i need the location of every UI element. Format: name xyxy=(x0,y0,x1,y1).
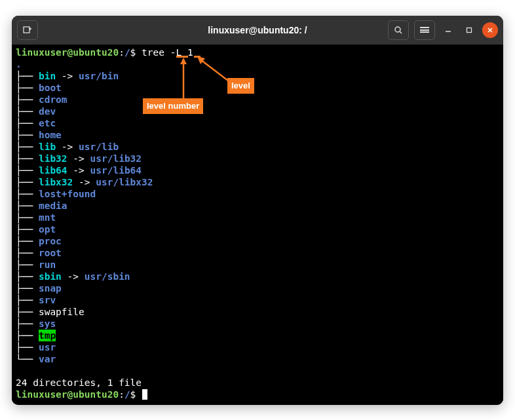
tree-branch: ├── xyxy=(16,212,39,223)
cursor xyxy=(142,389,147,400)
tree-row: ├── mnt xyxy=(16,212,499,223)
tree-row: ├── cdrom xyxy=(16,94,499,105)
tree-entry-name: sys xyxy=(39,318,56,330)
tree-row: ├── boot xyxy=(16,82,499,94)
tree-branch: ├── xyxy=(16,306,39,318)
tree-row: ├── lib -> usr/lib xyxy=(16,141,499,153)
titlebar-left xyxy=(17,20,38,40)
minimize-button[interactable] xyxy=(440,22,456,38)
tree-branch: ├── xyxy=(16,94,39,105)
svg-line-4 xyxy=(400,31,402,33)
tree-branch: ├── xyxy=(16,200,39,212)
prompt-separator: : xyxy=(119,47,124,58)
tree-branch: ├── xyxy=(16,82,39,94)
tree-row: ├── root xyxy=(16,247,499,259)
tree-row: ├── media xyxy=(16,200,499,212)
blank-line xyxy=(16,365,499,377)
tree-entry-name: media xyxy=(39,200,67,212)
minimize-icon xyxy=(445,27,451,33)
tree-row: ├── lib32 -> usr/lib32 xyxy=(16,153,499,164)
tree-entry-name: cdrom xyxy=(39,94,67,105)
tree-entry-name: mnt xyxy=(39,212,56,223)
tree-branch: ├── xyxy=(16,235,39,247)
tree-branch: ├── xyxy=(16,129,39,141)
tree-row: ├── usr xyxy=(16,341,499,353)
tree-row: ├── snap xyxy=(16,282,499,294)
tree-entry-name: tmp xyxy=(39,330,56,341)
tree-entry-name: lib xyxy=(39,141,56,153)
tree-row: └── var xyxy=(16,353,499,365)
maximize-button[interactable] xyxy=(461,22,477,38)
tree-branch: ├── xyxy=(16,188,39,200)
tree-entry-name: usr xyxy=(39,341,56,353)
tree-entry-name: boot xyxy=(39,82,62,94)
tree-entry-name: lib32 xyxy=(39,153,67,164)
symlink-target: usr/libx32 xyxy=(96,176,153,188)
tree-branch: └── xyxy=(16,353,39,365)
symlink-arrow: -> xyxy=(67,164,90,176)
tree-branch: ├── xyxy=(16,259,39,271)
symlink-target: usr/lib xyxy=(79,141,119,153)
tree-row: ├── run xyxy=(16,259,499,271)
search-icon xyxy=(394,26,403,35)
prompt-user-host: linuxuser@ubuntu20 xyxy=(16,47,119,58)
tree-row: ├── tmp xyxy=(16,330,499,341)
svg-rect-0 xyxy=(24,27,29,33)
tree-row: ├── lib64 -> usr/lib64 xyxy=(16,164,499,176)
tree-row: ├── srv xyxy=(16,294,499,306)
tree-entry-name: dev xyxy=(39,105,56,117)
tree-row: ├── sbin -> usr/sbin xyxy=(16,271,499,282)
tree-row: ├── libx32 -> usr/libx32 xyxy=(16,176,499,188)
tree-branch: ├── xyxy=(16,294,39,306)
tree-branch: ├── xyxy=(16,223,39,235)
hamburger-icon xyxy=(420,26,429,34)
symlink-arrow: -> xyxy=(73,176,96,188)
tree-row: ├── swapfile xyxy=(16,306,499,318)
tree-row: ├── proc xyxy=(16,235,499,247)
close-button[interactable] xyxy=(482,22,498,38)
titlebar-right xyxy=(388,20,498,40)
new-tab-button[interactable] xyxy=(17,20,38,40)
tree-entry-name: var xyxy=(39,353,56,365)
tree-branch: ├── xyxy=(16,153,39,164)
new-tab-icon xyxy=(22,25,33,35)
tree-branch: ├── xyxy=(16,164,39,176)
search-button[interactable] xyxy=(388,20,409,40)
svg-point-3 xyxy=(395,27,400,32)
tree-entry-name: run xyxy=(39,259,56,271)
tree-row: ├── sys xyxy=(16,318,499,330)
terminal-content[interactable]: linuxuser@ubuntu20:/$ tree -L 1 . ├── bi… xyxy=(12,45,503,405)
tree-branch: ├── xyxy=(16,70,39,82)
tree-entry-name: lost+found xyxy=(39,188,96,200)
titlebar: linuxuser@ubuntu20: / xyxy=(12,16,503,45)
tree-entry-name: srv xyxy=(39,294,56,306)
tree-branch: ├── xyxy=(16,176,39,188)
tree-branch: ├── xyxy=(16,330,39,341)
tree-entry-name: opt xyxy=(39,223,56,235)
tree-entry-name: swapfile xyxy=(39,306,85,318)
menu-button[interactable] xyxy=(414,20,435,40)
symlink-target: usr/lib64 xyxy=(90,164,142,176)
tree-branch: ├── xyxy=(16,141,39,153)
tree-entry-name: snap xyxy=(39,282,62,294)
tree-branch: ├── xyxy=(16,117,39,129)
symlink-arrow: -> xyxy=(67,153,90,164)
prompt-path: / xyxy=(124,47,130,58)
tree-branch: ├── xyxy=(16,282,39,294)
tree-root: . xyxy=(16,58,499,70)
tree-row: ├── opt xyxy=(16,223,499,235)
symlink-arrow: -> xyxy=(62,271,85,282)
tree-branch: ├── xyxy=(16,318,39,330)
tree-row: ├── lost+found xyxy=(16,188,499,200)
tree-entry-name: etc xyxy=(39,117,56,129)
symlink-target: usr/sbin xyxy=(85,271,130,282)
tree-row: ├── bin -> usr/bin xyxy=(16,70,499,82)
symlink-arrow: -> xyxy=(56,70,79,82)
tree-output: ├── bin -> usr/bin├── boot├── cdrom├── d… xyxy=(16,70,499,365)
window-title: linuxuser@ubuntu20: / xyxy=(208,25,307,35)
maximize-icon xyxy=(466,27,472,33)
tree-branch: ├── xyxy=(16,271,39,282)
tree-entry-name: home xyxy=(39,129,62,141)
svg-rect-6 xyxy=(467,28,472,32)
tree-branch: ├── xyxy=(16,341,39,353)
